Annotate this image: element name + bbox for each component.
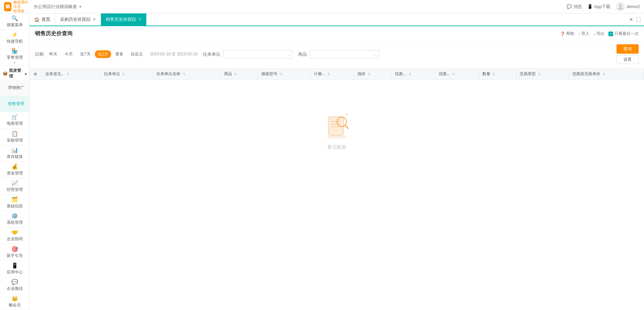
sidebar-item-wechat[interactable]: 💬 企业微信 [0, 277, 29, 294]
home-icon: 🏠 [34, 17, 40, 22]
breadcrumb-dropdown-icon[interactable]: ▾ [79, 4, 82, 9]
filter-area: 日期 昨天 今天 近7天 近1月 更多 自定义 2023-02-18 至 202… [30, 40, 644, 68]
table-col-biz-date[interactable]: 业务发生... ⇅ [42, 68, 100, 80]
sort-icon: ⇅ [183, 72, 185, 76]
system-icon: ⚙️ [11, 213, 18, 219]
sidebar-item-membership[interactable]: 👑 畅会员 [0, 294, 29, 310]
sidebar-item-marketing[interactable]: 营销推广 [0, 80, 29, 96]
sidebar-item-label: 新手引导 [7, 253, 23, 259]
sidebar-section-label: 批发管理 [9, 68, 23, 79]
message-icon: 💬 [567, 4, 572, 9]
page-header: 销售历史价查询 ❓ 帮助 ↑ 导入 ↓ 导出 [30, 26, 644, 40]
sidebar-item-label: 基础信息 [7, 203, 23, 209]
table-col-spec[interactable]: 规格型号 ⇅ [258, 68, 311, 80]
top-bar-left: 畅 畅捷通好生意 标准版 办公用品行业模拟账套 ▾ [4, 0, 82, 13]
table-col-quote[interactable]: 报价 ⇅ [354, 68, 391, 80]
sidebar: 🔍 搜索菜单 ⚡ 快捷导航 🏪 零售管理 ▾ 📦 批发管理 ▴ 营销推广 销售管… [0, 13, 30, 310]
table-col-unit-name[interactable]: 往来单位名称 ⇅ [153, 68, 221, 80]
checkbox-icon: ✓ [608, 32, 613, 36]
export-button[interactable]: ↓ 导出 [593, 31, 604, 37]
sidebar-item-label: 企业协同 [7, 236, 23, 242]
sidebar-item-guide[interactable]: 🎯 新手引导 [0, 244, 29, 260]
sort-icon: ⇅ [452, 72, 455, 76]
only-last-checkbox[interactable]: ✓ 只看最后一次 [608, 31, 639, 37]
message-button[interactable]: 💬 消息 [567, 4, 582, 10]
svg-rect-2 [328, 117, 343, 135]
help-icon: ❓ [560, 32, 565, 36]
sort-icon: ⇅ [234, 72, 237, 76]
svg-point-0 [619, 4, 622, 7]
sidebar-item-operations[interactable]: 📈 经营管理 [0, 178, 29, 195]
table-col-trade-type[interactable]: 交易类型 ⇅ [516, 68, 569, 80]
tab-sales-close[interactable]: ✕ [138, 17, 142, 21]
user-profile[interactable]: demo2 [616, 2, 640, 11]
sidebar-item-retail[interactable]: 🏪 零售管理 ▾ [0, 46, 29, 66]
sort-icon: ⇅ [409, 72, 411, 76]
svg-line-7 [345, 125, 348, 128]
sort-icon: ⇅ [280, 72, 282, 76]
date-btn-custom[interactable]: 自定义 [128, 50, 146, 58]
sort-icon: ⇅ [602, 72, 605, 76]
date-btn-today[interactable]: 今天 [62, 50, 76, 58]
import-button[interactable]: ↑ 导入 [578, 31, 589, 37]
table-col-unit-code[interactable]: 往来单位 ⇅ [100, 68, 153, 80]
sidebar-item-label: 零售管理 [7, 55, 23, 60]
export-icon: ↓ [593, 32, 595, 36]
help-button[interactable]: ❓ 帮助 [560, 31, 574, 37]
goods-input-dots[interactable]: ... [372, 51, 379, 58]
sidebar-item-purchase[interactable]: 📋 采购管理 [0, 128, 29, 145]
sidebar-item-quick-nav[interactable]: ⚡ 快捷导航 [0, 30, 29, 46]
table-col-discount2[interactable]: 优惠... ⇅ [435, 68, 479, 80]
sidebar-item-label: 企业微信 [7, 286, 23, 292]
table-col-goods[interactable]: 商品 ⇅ [220, 68, 258, 80]
date-filter-label: 日期 [35, 51, 44, 57]
tab-purchase-close[interactable]: ✕ [93, 17, 96, 21]
tab-sales-history[interactable]: 销售历史价跟踪 ✕ [101, 13, 147, 25]
guide-icon: 🎯 [11, 246, 18, 252]
date-btn-7days[interactable]: 近7天 [77, 50, 94, 58]
filter-actions: 查询 设置 [616, 44, 639, 64]
settings-icon[interactable]: ⚙ [34, 72, 37, 76]
table-col-discount1[interactable]: 优惠... ⇅ [391, 68, 435, 80]
table-col-pretax-price[interactable]: 优惠前无税单价 ⇅ [569, 68, 644, 80]
table-col-quantity[interactable]: 数量 ⇅ [479, 68, 516, 80]
sidebar-item-search[interactable]: 🔍 搜索菜单 [0, 13, 29, 30]
logo-icon: 畅 [4, 2, 11, 11]
sidebar-item-enterprise[interactable]: 🤝 企业协同 [0, 227, 29, 244]
tab-home[interactable]: 🏠 首页 [30, 13, 55, 25]
chevron-down-icon: ▾ [14, 61, 15, 64]
app-download-button[interactable]: 📱 App下载 [587, 4, 610, 10]
sort-icon: ⇅ [538, 72, 541, 76]
operations-icon: 📈 [11, 180, 18, 186]
table-col-settings: ⚙ [30, 68, 42, 80]
date-btn-1month[interactable]: 近1月 [95, 50, 111, 58]
sidebar-section-wholesale[interactable]: 📦 批发管理 ▴ [0, 66, 29, 80]
top-bar: 畅 畅捷通好生意 标准版 办公用品行业模拟账套 ▾ 💬 消息 📱 App下载 d… [0, 0, 644, 13]
sidebar-item-sales[interactable]: 销售管理 [0, 96, 29, 112]
table-header-row: ⚙ 业务发生... ⇅ 往来单位 ⇅ [30, 68, 644, 80]
sidebar-item-inventory[interactable]: 📊 库存核算 [0, 145, 29, 162]
empty-text: 暂元数据 [327, 144, 346, 150]
user-name: demo2 [627, 4, 640, 9]
goods-input[interactable] [310, 50, 372, 58]
tab-maximize-button[interactable]: ⛶ [636, 17, 641, 22]
breadcrumb-text: 办公用品行业模拟账套 [34, 4, 77, 10]
setting-button[interactable]: 设置 [616, 55, 639, 64]
tab-close-all-button[interactable]: ✕ [629, 17, 633, 22]
tab-purchase-history[interactable]: 采购历史价跟踪 ✕ [55, 13, 101, 25]
date-btn-more[interactable]: 更多 [112, 50, 126, 58]
goods-filter-group: 商品 ... [298, 50, 379, 58]
inventory-icon: 📊 [11, 147, 18, 153]
sidebar-item-system[interactable]: ⚙️ 系统管理 [0, 211, 29, 227]
sidebar-item-basic[interactable]: 🗂️ 基础信息 [0, 195, 29, 211]
date-btn-yesterday[interactable]: 昨天 [46, 50, 60, 58]
unit-input-wrap: ... [223, 50, 293, 58]
sidebar-item-ecommerce[interactable]: 🛒 电商管理 [0, 112, 29, 128]
sidebar-item-finance[interactable]: 💰 资金管理 [0, 162, 29, 178]
query-button[interactable]: 查询 [616, 44, 639, 54]
unit-input[interactable] [223, 50, 285, 58]
breadcrumb: 办公用品行业模拟账套 ▾ [34, 4, 82, 10]
sidebar-item-app-center[interactable]: 📱 应用中心 [0, 261, 29, 277]
table-col-unit-measure[interactable]: 计量... ⇅ [310, 68, 354, 80]
unit-input-dots[interactable]: ... [285, 51, 292, 58]
